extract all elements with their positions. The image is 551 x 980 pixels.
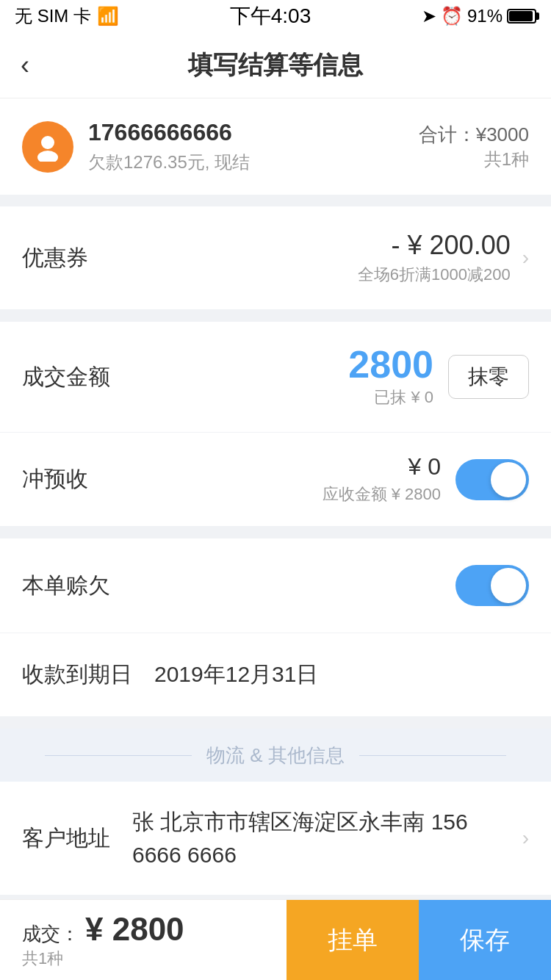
bottom-left: 成交： ¥ 2800 共1种 [0, 911, 287, 970]
page-title: 填写结算等信息 [188, 48, 363, 82]
alarm-icon: ⏰ [441, 6, 463, 26]
address-row[interactable]: 客户地址 张 北京市市辖区海淀区永丰南 156 6666 6666 › [0, 782, 551, 895]
header-line-right [359, 755, 506, 756]
prepay-right: ¥ 0 应收金额 ¥ 2800 [323, 453, 529, 505]
toggle-knob [491, 462, 526, 497]
duedate-label: 收款到期日 [22, 660, 132, 690]
customer-sub: 欠款1276.35元, 现结 [88, 151, 250, 174]
prepay-label: 冲预收 [22, 464, 88, 494]
save-button[interactable]: 保存 [419, 900, 551, 981]
status-right: ➤ ⏰ 91% [422, 6, 536, 26]
prepay-sub: 应收金额 ¥ 2800 [323, 483, 441, 505]
divider-3 [0, 717, 551, 729]
logistics-section-header: 物流 & 其他信息 [0, 729, 551, 782]
battery-icon [507, 9, 536, 24]
coupon-label: 优惠券 [22, 243, 88, 273]
wifi-icon: 📶 [97, 6, 119, 26]
prepay-main: ¥ 0 [323, 453, 441, 480]
status-time: 下午4:03 [230, 2, 311, 30]
battery-percent: 91% [467, 6, 503, 26]
deal-amount-wrap: 2800 已抹 ¥ 0 [348, 345, 433, 408]
bottom-bar: 成交： ¥ 2800 共1种 挂单 保存 [0, 899, 551, 980]
total-label: 合计：¥3000 [419, 122, 529, 148]
customer-phone: 17666666666 [88, 119, 250, 146]
avatar [22, 121, 73, 173]
total-count: 共1种 [419, 148, 529, 171]
deal-amount-row: 成交金额 2800 已抹 ¥ 0 抹零 [0, 322, 551, 433]
coupon-row[interactable]: 优惠券 - ¥ 200.00 全场6折满1000减200 › [0, 206, 551, 310]
duedate-row: 收款到期日 2019年12月31日 [0, 633, 551, 717]
prepay-row: 冲预收 ¥ 0 应收金额 ¥ 2800 [0, 433, 551, 527]
duedate-value: 2019年12月31日 [154, 660, 318, 690]
svg-point-0 [41, 136, 54, 149]
divider-2 [0, 527, 551, 538]
status-left: 无 SIM 卡 📶 [15, 4, 119, 28]
deal-right: 2800 已抹 ¥ 0 抹零 [348, 345, 529, 408]
deferred-row: 本单赊欠 [0, 538, 551, 633]
prepay-toggle[interactable] [455, 459, 529, 500]
deal-sub: 已抹 ¥ 0 [348, 386, 433, 408]
chevron-right-icon: › [522, 246, 529, 270]
customer-info: 17666666666 欠款1276.35元, 现结 [88, 119, 250, 174]
round-zero-button[interactable]: 抹零 [448, 355, 529, 399]
customer-right: 合计：¥3000 共1种 [419, 122, 529, 171]
location-icon: ➤ [422, 6, 436, 26]
address-label: 客户地址 [22, 824, 110, 854]
coupon-right: - ¥ 200.00 全场6折满1000减200 › [358, 230, 529, 286]
deal-number: 2800 [348, 345, 433, 383]
coupon-desc: 全场6折满1000减200 [358, 264, 511, 286]
prepay-amounts: ¥ 0 应收金额 ¥ 2800 [323, 453, 441, 505]
deferred-label: 本单赊欠 [22, 571, 110, 601]
customer-left: 17666666666 欠款1276.35元, 现结 [22, 119, 250, 174]
bottom-deal-count: 共1种 [22, 948, 264, 970]
logistics-label: 物流 & 其他信息 [206, 743, 345, 768]
deferred-toggle-knob [491, 568, 526, 603]
back-button[interactable]: ‹ [21, 50, 29, 81]
address-chevron-icon: › [522, 826, 529, 850]
divider-1 [0, 310, 551, 322]
bottom-deal-row: 成交： ¥ 2800 [22, 911, 264, 948]
svg-point-1 [37, 151, 58, 162]
customer-card: 17666666666 欠款1276.35元, 现结 合计：¥3000 共1种 [0, 98, 551, 195]
deal-amount-label: 成交金额 [22, 362, 110, 392]
status-bar: 无 SIM 卡 📶 下午4:03 ➤ ⏰ 91% [0, 0, 551, 32]
nav-bar: ‹ 填写结算等信息 [0, 32, 551, 98]
deferred-toggle[interactable] [455, 565, 529, 606]
address-value: 张 北京市市辖区海淀区永丰南 156 6666 6666 [132, 805, 522, 871]
header-line-left [45, 755, 192, 756]
content: 17666666666 欠款1276.35元, 现结 合计：¥3000 共1种 … [0, 98, 551, 980]
hold-button[interactable]: 挂单 [287, 900, 419, 981]
bottom-deal-label: 成交： [22, 921, 79, 947]
coupon-amount: - ¥ 200.00 [358, 230, 511, 261]
bottom-deal-amount: ¥ 2800 [85, 911, 184, 948]
sim-text: 无 SIM 卡 [15, 4, 91, 28]
